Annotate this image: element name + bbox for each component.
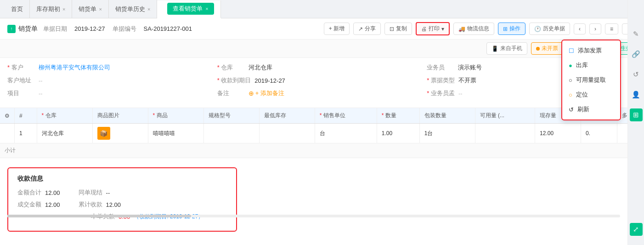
share-button[interactable]: ↗ 分享 <box>353 23 381 35</box>
product-table-wrap: ⚙ # 仓库 商品图片 商品 规格型号 最低库存 销售单位 数量 包装数量 可用… <box>0 108 644 158</box>
add-note-icon: ⊕ <box>249 90 254 97</box>
col-quantity: 数量 <box>377 108 419 124</box>
tab-sales-label: 销货单 <box>79 5 96 13</box>
print-button[interactable]: 🖨 打印 ▾ <box>416 22 450 35</box>
row-product-image: 📦 <box>92 124 148 143</box>
tab-home[interactable]: 首页 <box>5 0 30 18</box>
status-bar: 📱 来自手机 未开票 ✔ 已核销 ✔ 已生效 <box>0 40 644 58</box>
warehouse-label: 仓库 <box>217 63 245 72</box>
new-button[interactable]: + 新增 <box>324 23 350 35</box>
copy-icon: ⊡ <box>390 26 394 32</box>
customer-field: 客户 柳州粤港平安气体有限公司 <box>7 63 217 72</box>
table-header-row: ⚙ # 仓库 商品图片 商品 规格型号 最低库存 销售单位 数量 包装数量 可用… <box>0 108 644 124</box>
add-note-button[interactable]: ⊕ + 添加备注 <box>249 89 284 97</box>
date-label: 单据日期 <box>43 25 67 33</box>
due-date-field: 收款到期日 2019-12-27 <box>217 76 427 85</box>
sidebar-edit-icon[interactable]: ✎ <box>630 28 643 40</box>
project-field: 项目 -- <box>7 89 217 97</box>
add-invoice-icon: ☐ <box>569 47 574 54</box>
row-pack-qty: 1台 <box>419 124 475 143</box>
form-row-1: 客户 柳州粤港平安气体有限公司 仓库 河北仓库 业务员 演示账号 <box>7 63 637 72</box>
col-unit: 销售单位 <box>315 108 377 124</box>
sidebar-user-icon[interactable]: 👤 <box>630 88 643 101</box>
deal-amount-field: 成交金额 12.00 <box>17 200 60 209</box>
row-price: 0. <box>581 124 617 143</box>
from-phone-button[interactable]: 📱 来自手机 <box>486 42 527 55</box>
form-row-3: 项目 -- 备注 ⊕ + 添加备注 业务员孟 -- <box>7 89 637 97</box>
row-settings <box>0 124 15 143</box>
sidebar-refresh-icon[interactable]: ↺ <box>630 68 643 81</box>
tab-inventory[interactable]: 库存期初 × <box>30 0 72 18</box>
project-value: -- <box>39 90 43 97</box>
operation-dropdown: ☐ 添加发票 ● 出库 ○ 可用量提取 ○ 定位 ↺ 刷新 <box>561 40 621 120</box>
operation-button[interactable]: ⊞ 操作 <box>498 23 525 35</box>
sidebar-expand-icon[interactable]: ⤢ <box>630 223 643 236</box>
col-number: # <box>15 108 37 124</box>
staff-value: 演示账号 <box>458 63 482 72</box>
not-opened-dot <box>536 47 540 51</box>
form-row-2: 客户地址 -- 收款到期日 2019-12-27 票据类型 不开票 <box>7 76 637 85</box>
col-product: 商品 <box>148 108 203 124</box>
tab-view-sales[interactable]: 查看销货单 × <box>157 0 220 18</box>
tab-home-label: 首页 <box>11 5 23 13</box>
payment-row-2: 成交金额 12.00 累计收款 12.00 <box>17 200 227 209</box>
form-section: 客户 柳州粤港平安气体有限公司 仓库 河北仓库 业务员 演示账号 客户地址 --… <box>0 58 644 108</box>
row-quantity: 1.00 <box>377 124 419 143</box>
total-value: 12.00 <box>45 189 60 196</box>
tab-inventory-close[interactable]: × <box>62 6 65 12</box>
ticket-label: 票据类型 <box>427 76 455 85</box>
horizontal-scrollbar[interactable] <box>7 215 620 217</box>
address-label: 客户地址 <box>7 76 35 85</box>
row-product: 嘻嘻嘻嘻 <box>148 124 203 143</box>
outbound-item[interactable]: ● 出库 <box>562 58 620 73</box>
col-product-image: 商品图片 <box>92 108 148 124</box>
tab-sales-close[interactable]: × <box>99 6 102 12</box>
col-settings[interactable]: ⚙ <box>0 108 15 124</box>
print-icon: 🖨 <box>421 26 427 32</box>
available-qty-item[interactable]: ○ 可用量提取 <box>562 73 620 87</box>
list-view-button[interactable]: ≡ <box>605 23 618 34</box>
payment-info-box: 收款信息 金额合计 12.00 同单现结 -- 成交金额 12.00 累计收款 … <box>7 167 237 232</box>
doc-title: ↑ 销货单 <box>7 25 38 33</box>
add-invoice-item[interactable]: ☐ 添加发票 <box>562 43 620 58</box>
staff-label: 业务员 <box>427 63 454 72</box>
row-stock: 12.00 <box>535 124 581 143</box>
doc-header: ↑ 销货单 单据日期 2019-12-27 单据编号 SA-20191227-0… <box>0 18 644 40</box>
tab-sales-history-close[interactable]: × <box>147 6 150 12</box>
sidebar-link-icon[interactable]: 🔗 <box>630 48 643 61</box>
row-unit: 台 <box>315 124 377 143</box>
doc-type-label: 销货单 <box>18 25 38 33</box>
customer-value[interactable]: 柳州粤港平安气体有限公司 <box>39 63 110 72</box>
cumulative-field: 累计收款 12.00 <box>79 200 121 209</box>
logistics-button[interactable]: 🚚 物流信息 <box>453 23 494 35</box>
payment-title: 收款信息 <box>17 175 227 183</box>
doc-meta: 单据日期 2019-12-27 单据编号 SA-20191227-001 <box>43 25 192 33</box>
refresh-item[interactable]: ↺ 刷新 <box>562 102 620 117</box>
available-qty-icon: ○ <box>569 77 572 84</box>
scrollbar-thumb[interactable] <box>7 215 191 217</box>
staff2-value: -- <box>458 90 463 97</box>
tab-sales-history-label: 销货单历史 <box>115 5 145 13</box>
due-date-label: 收款到期日 <box>217 76 251 85</box>
col-warehouse: 仓库 <box>37 108 92 124</box>
settlement-field: 同单现结 -- <box>79 188 110 197</box>
row-min-stock <box>259 124 315 143</box>
row-number: 1 <box>15 124 37 143</box>
tab-view-sales-label: 查看销货单 <box>173 5 203 13</box>
product-table: ⚙ # 仓库 商品图片 商品 规格型号 最低库存 销售单位 数量 包装数量 可用… <box>0 108 644 158</box>
locate-icon: ○ <box>569 91 572 98</box>
tab-view-sales-close[interactable]: × <box>205 6 208 11</box>
col-min-stock: 最低库存 <box>259 108 315 124</box>
settlement-value: -- <box>106 189 110 196</box>
sidebar-table-icon[interactable]: ⊞ <box>630 108 643 121</box>
tab-sales-history[interactable]: 销货单历史 × <box>109 0 157 18</box>
address-field: 客户地址 -- <box>7 76 217 85</box>
next-button[interactable]: › <box>589 23 601 34</box>
tab-sales[interactable]: 销货单 × <box>72 0 108 18</box>
warehouse-value: 河北仓库 <box>249 63 272 72</box>
not-opened-button[interactable]: 未开票 <box>531 42 563 55</box>
history-button[interactable]: 🕐 历史单据 <box>529 23 570 35</box>
copy-button[interactable]: ⊡ 复制 <box>384 23 412 35</box>
prev-button[interactable]: ‹ <box>574 23 586 34</box>
locate-item[interactable]: ○ 定位 <box>562 87 620 102</box>
